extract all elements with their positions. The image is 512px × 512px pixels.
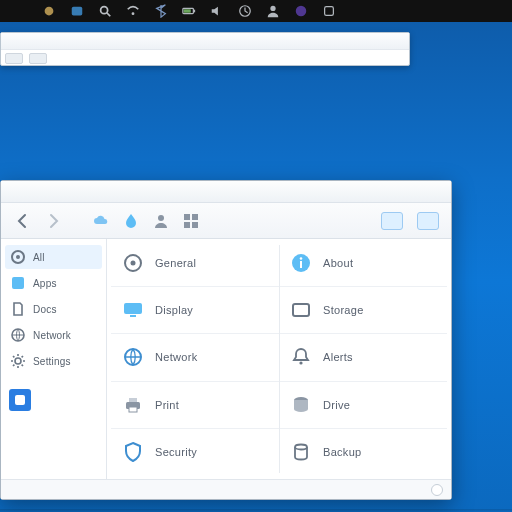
globe-icon (121, 345, 145, 369)
row-divider (111, 428, 447, 429)
grid-item-label: Alerts (323, 351, 353, 363)
menu-battery-icon[interactable] (182, 4, 196, 18)
shield-icon (121, 440, 145, 464)
panel-toolbar (1, 203, 451, 239)
grid-item-label: Security (155, 446, 197, 458)
svg-rect-13 (184, 214, 190, 220)
row-divider (111, 381, 447, 382)
sidebar-item-settings[interactable]: Settings (5, 349, 102, 373)
grid-item-label: Display (155, 304, 193, 316)
svg-point-2 (101, 7, 108, 14)
grid-item-drive[interactable]: Drive (279, 387, 447, 423)
grid-item-backup[interactable]: Backup (279, 434, 447, 470)
display-icon (121, 298, 145, 322)
grid-item-about[interactable]: About (279, 245, 447, 281)
panel-titlebar[interactable] (1, 181, 451, 203)
menu-user-icon[interactable] (266, 4, 280, 18)
printer-icon (121, 393, 145, 417)
grid-item-label: Drive (323, 399, 350, 411)
sidebar-item-label: Settings (33, 356, 71, 367)
svg-rect-28 (124, 303, 142, 314)
toolbar-badge[interactable] (381, 212, 403, 230)
grid-item-label: Network (155, 351, 197, 363)
menu-finder-icon[interactable] (70, 4, 84, 18)
svg-point-18 (16, 255, 20, 259)
svg-point-9 (270, 6, 275, 11)
svg-point-21 (15, 358, 21, 364)
svg-rect-15 (184, 222, 190, 228)
strip-chip-icon (29, 53, 47, 64)
svg-rect-29 (130, 315, 136, 317)
svg-point-4 (132, 12, 135, 15)
sidebar-item-label: All (33, 252, 45, 263)
menu-notification-icon[interactable] (322, 4, 336, 18)
svg-rect-11 (325, 7, 334, 16)
strip-window[interactable] (0, 32, 410, 66)
menu-siri-icon[interactable] (294, 4, 308, 18)
menubar (0, 0, 512, 22)
svg-point-32 (299, 362, 302, 365)
menu-bluetooth-icon[interactable] (154, 4, 168, 18)
svg-rect-14 (192, 214, 198, 220)
back-icon[interactable] (13, 211, 33, 231)
menu-volume-icon[interactable] (210, 4, 224, 18)
svg-rect-19 (12, 277, 24, 289)
forward-icon[interactable] (43, 211, 63, 231)
grid-item-security[interactable]: Security (111, 434, 279, 470)
row-divider (111, 286, 447, 287)
menu-apple-icon[interactable] (42, 4, 56, 18)
grid-item-general[interactable]: General (111, 245, 279, 281)
settings-panel: All Apps Docs Network Settings (0, 180, 452, 500)
svg-point-0 (45, 7, 54, 16)
grid-item-display[interactable]: Display (111, 292, 279, 328)
drive-icon (289, 393, 313, 417)
net-icon (9, 326, 27, 344)
grid-item-label: Backup (323, 446, 362, 458)
sidebar-item-all[interactable]: All (5, 245, 102, 269)
strip-window-body (1, 50, 409, 66)
app-icon (9, 274, 27, 292)
menu-clock-icon[interactable] (238, 4, 252, 18)
sidebar-item-network[interactable]: Network (5, 323, 102, 347)
svg-rect-30 (293, 304, 309, 316)
grid-item-alerts[interactable]: Alerts (279, 339, 447, 375)
svg-point-24 (131, 261, 136, 266)
grid-item-print[interactable]: Print (111, 387, 279, 423)
droplet-icon[interactable] (121, 211, 141, 231)
grid-item-storage[interactable]: Storage (279, 292, 447, 328)
cylinder-icon (289, 440, 313, 464)
gear-icon (9, 352, 27, 370)
menu-wifi-icon[interactable] (126, 4, 140, 18)
sidebar: All Apps Docs Network Settings (1, 239, 107, 479)
grid-icon[interactable] (181, 211, 201, 231)
sidebar-tag-button[interactable] (9, 389, 31, 411)
grid-item-label: General (155, 257, 196, 269)
grid-item-network[interactable]: Network (111, 339, 279, 375)
strip-chip-icon (5, 53, 23, 64)
toolbar-badge[interactable] (417, 212, 439, 230)
bell-icon (289, 345, 313, 369)
grid-item-label: Print (155, 399, 179, 411)
resize-handle-icon[interactable] (431, 484, 443, 496)
cloud-icon[interactable] (91, 211, 111, 231)
svg-point-12 (158, 215, 164, 221)
grid-item-label: Storage (323, 304, 364, 316)
strip-window-titlebar[interactable] (1, 33, 409, 50)
svg-rect-6 (194, 10, 195, 13)
svg-point-10 (296, 6, 307, 17)
grid-item-label: About (323, 257, 353, 269)
svg-rect-35 (129, 407, 137, 412)
grid-content: General About Display Storage Network (107, 239, 451, 479)
disc-icon (9, 248, 27, 266)
svg-rect-7 (184, 9, 191, 13)
sidebar-item-label: Network (33, 330, 71, 341)
user-icon[interactable] (151, 211, 171, 231)
menu-spotlight-icon[interactable] (98, 4, 112, 18)
box-icon (289, 298, 313, 322)
sidebar-item-docs[interactable]: Docs (5, 297, 102, 321)
svg-point-37 (295, 444, 307, 449)
svg-rect-26 (300, 261, 302, 268)
info-icon (289, 251, 313, 275)
svg-rect-34 (129, 398, 137, 402)
sidebar-item-apps[interactable]: Apps (5, 271, 102, 295)
